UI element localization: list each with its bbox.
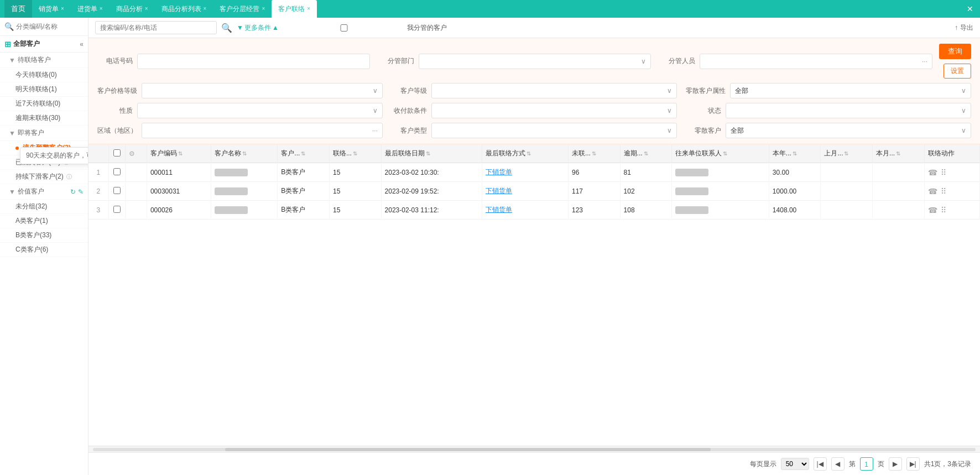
nav-sales[interactable]: 销货单 ×: [32, 0, 71, 18]
prev-page-button[interactable]: ◀: [831, 457, 845, 471]
more-conditions-button[interactable]: ▼ 更多条件 ▲: [237, 23, 279, 33]
sort-type-icon[interactable]: ⇅: [301, 150, 305, 156]
sort-date-icon[interactable]: ⇅: [426, 150, 430, 156]
nav-analysis[interactable]: 商品分析 ×: [110, 0, 155, 18]
person-select[interactable]: ···: [700, 54, 932, 69]
edit-icon[interactable]: ✎: [78, 188, 84, 196]
close-customer-contact-icon[interactable]: ×: [307, 0, 310, 18]
action-contact-icon[interactable]: ☎: [928, 168, 937, 177]
nav-analysis-list[interactable]: 商品分析列表 ×: [155, 0, 213, 18]
last-method-link[interactable]: 下销货单: [486, 187, 512, 195]
sidebar-search-input[interactable]: [16, 23, 88, 30]
sort-unit-icon[interactable]: ⇅: [723, 150, 727, 156]
settings-gear-icon[interactable]: ⚙: [129, 150, 135, 158]
sidebar-item-class-b[interactable]: B类客户(33): [0, 228, 88, 243]
sidebar-item-class-a[interactable]: A类客户(1): [0, 214, 88, 228]
action-more-icon[interactable]: ⠿: [941, 187, 946, 196]
search-button[interactable]: 🔍: [221, 23, 232, 33]
cell-settings: [125, 182, 147, 201]
close-all-tabs[interactable]: ✕: [967, 4, 973, 13]
sort-uncontacted-icon[interactable]: ⇅: [592, 150, 596, 156]
action-icons: ☎ ⠿: [928, 168, 976, 177]
table-row: 1 000011 B类客户 15 2023-03-02 10:30: 下销货单 …: [88, 163, 980, 182]
row-checkbox[interactable]: [113, 168, 121, 175]
search-input[interactable]: [95, 21, 217, 34]
close-sales-icon[interactable]: ×: [61, 0, 64, 18]
cell-checkbox[interactable]: [108, 182, 125, 201]
row-checkbox[interactable]: [113, 206, 121, 213]
sort-lmonth-icon[interactable]: ⇅: [844, 150, 848, 156]
all-customers-header[interactable]: ⊞ 全部客户 «: [0, 36, 88, 53]
cell-last-date: 2023-03-02 10:30:: [381, 163, 482, 182]
sort-year-icon[interactable]: ⇅: [793, 150, 797, 156]
my-customers-checkbox-label[interactable]: 我分管的客户: [283, 23, 447, 33]
sidebar-group-pending-contact[interactable]: ▼ 待联络客户: [0, 53, 88, 68]
sort-name-icon[interactable]: ⇅: [242, 150, 247, 156]
sort-method-icon[interactable]: ⇅: [527, 150, 531, 156]
cell-no: 2: [88, 182, 108, 201]
region-label: 区域（地区）: [97, 126, 142, 135]
sort-contact-icon[interactable]: ⇅: [353, 150, 357, 156]
status-select[interactable]: ∨: [726, 103, 971, 118]
query-button[interactable]: 查询: [939, 44, 971, 59]
region-select[interactable]: ···: [142, 123, 383, 138]
cell-overdue: 102: [620, 182, 672, 201]
cell-checkbox[interactable]: [108, 201, 125, 220]
cell-this-month: [873, 182, 925, 201]
sort-month-icon[interactable]: ⇅: [896, 150, 900, 156]
action-more-icon[interactable]: ⠿: [941, 206, 946, 215]
first-page-button[interactable]: |◀: [814, 457, 827, 471]
sidebar-item-class-c[interactable]: C类客户(6): [0, 243, 88, 257]
sidebar-group-value[interactable]: ▼ 价值客户 ↻ ✎: [0, 184, 88, 200]
nav-home[interactable]: 首页: [4, 0, 32, 18]
sidebar-item-tomorrow[interactable]: 明天待联络(1): [0, 82, 88, 97]
row-checkbox[interactable]: [113, 187, 121, 194]
customer-level-select[interactable]: ∨: [431, 83, 677, 98]
sort-overdue-icon[interactable]: ⇅: [644, 150, 648, 156]
payment-select[interactable]: ∨: [431, 103, 677, 118]
horizontal-scrollbar[interactable]: [88, 446, 980, 452]
collapse-icon[interactable]: «: [80, 40, 84, 48]
sidebar-item-unclassified[interactable]: 未分组(32): [0, 200, 88, 214]
sidebar-group-lost[interactable]: ▼ 即将客户: [0, 126, 88, 141]
settings-button[interactable]: 设置: [943, 64, 971, 79]
sidebar-item-today[interactable]: 今天待联络(0): [0, 68, 88, 82]
close-customer-tier-icon[interactable]: ×: [262, 0, 265, 18]
next-page-button[interactable]: ▶: [889, 457, 902, 471]
action-icons: ☎ ⠿: [928, 187, 976, 196]
nav-customer-contact[interactable]: 客户联络 ×: [272, 0, 317, 18]
retail-customer-select[interactable]: 全部 ∨: [726, 123, 971, 138]
filter-customer-level: 客户等级 ∨: [392, 83, 677, 98]
sidebar: 🔍 ⊞ 全部客户 « ▼ 待联络客户 今天待联络(0) 明天待联络(1) 近7天…: [0, 18, 88, 475]
close-purchase-icon[interactable]: ×: [100, 0, 103, 18]
sidebar-item-7days[interactable]: 近7天待联络(0): [0, 97, 88, 111]
sort-code-icon[interactable]: ⇅: [178, 150, 183, 156]
customer-price-select[interactable]: ∨: [142, 83, 383, 98]
nav-customer-tier[interactable]: 客户分层经营 ×: [213, 0, 272, 18]
sidebar-item-declining[interactable]: 持续下滑客户(2) ⓘ: [0, 170, 88, 184]
refresh-icon[interactable]: ↻: [70, 188, 76, 196]
customer-type-select[interactable]: ∨: [431, 123, 677, 138]
cell-checkbox[interactable]: [108, 163, 125, 182]
last-method-link[interactable]: 下销货单: [486, 168, 512, 176]
select-all-checkbox[interactable]: [113, 149, 121, 156]
export-button[interactable]: ↑ 导出: [955, 23, 973, 33]
phone-input[interactable]: [137, 54, 370, 69]
last-page-button[interactable]: ▶|: [906, 457, 920, 471]
sidebar-item-overdue[interactable]: 逾期未联络(30): [0, 111, 88, 126]
my-customers-checkbox[interactable]: [283, 24, 405, 32]
col-unit-contact: 往来单位联系人⇅: [672, 144, 769, 163]
per-page-select[interactable]: 50 20 100: [781, 458, 809, 470]
action-contact-icon[interactable]: ☎: [928, 187, 937, 196]
retail-attr-select[interactable]: 全部 ∨: [730, 83, 971, 98]
gender-select[interactable]: ∨: [137, 103, 383, 118]
close-analysis-list-icon[interactable]: ×: [204, 0, 207, 18]
dept-select[interactable]: ∨: [419, 54, 651, 69]
action-more-icon[interactable]: ⠿: [941, 168, 946, 177]
col-checkbox: [108, 144, 125, 163]
nav-purchase[interactable]: 进货单 ×: [71, 0, 110, 18]
advanced-filter: 电话号码 分管部门 ∨ 分管人员 ···: [88, 38, 980, 144]
last-method-link[interactable]: 下销货单: [486, 206, 512, 213]
action-contact-icon[interactable]: ☎: [928, 206, 937, 215]
close-analysis-icon[interactable]: ×: [145, 0, 148, 18]
